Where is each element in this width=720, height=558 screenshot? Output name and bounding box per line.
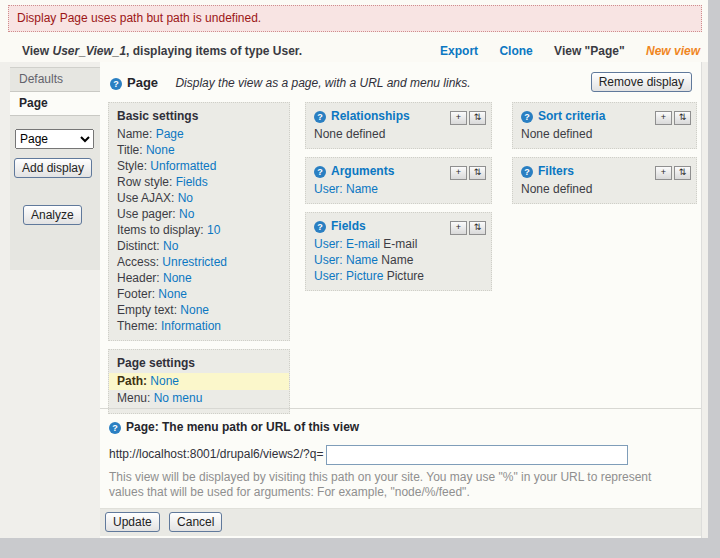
setting-value-link[interactable]: None [163, 271, 192, 285]
path-settings-form: ?Page: The menu path or URL of this view… [100, 408, 701, 536]
setting-value-link[interactable]: No [179, 207, 194, 221]
basic-setting-row: Title: None [117, 142, 281, 158]
clone-link[interactable]: Clone [499, 44, 532, 58]
panel-title-link-fields[interactable]: Fields [331, 219, 366, 233]
panel-item-link[interactable]: User: Name [314, 253, 378, 267]
page-background: Display Page uses path but path is undef… [0, 0, 708, 538]
panel-item-text: None defined [521, 127, 592, 141]
panel-item: User: Picture Picture [314, 268, 483, 284]
panel-item-link[interactable]: User: Name [314, 182, 378, 196]
add-display-button[interactable]: Add display [14, 158, 92, 178]
add-item-button[interactable]: + [450, 111, 467, 125]
setting-value-link[interactable]: None [146, 143, 175, 157]
settings-column-3: ?Sort criteria+⇅None defined?Filters+⇅No… [512, 102, 697, 212]
rearrange-items-button[interactable]: ⇅ [469, 111, 486, 125]
setting-value-link[interactable]: Unrestricted [162, 255, 227, 269]
setting-label: Header: [117, 271, 163, 285]
panel-item: None defined [314, 126, 483, 142]
path-input[interactable] [326, 445, 628, 465]
setting-value-link[interactable]: Unformatted [150, 159, 216, 173]
rearrange-items-button[interactable]: ⇅ [469, 221, 486, 235]
display-panel-header: ?Page Display the view as a page, with a… [100, 62, 701, 90]
panel-buttons: +⇅ [653, 109, 691, 125]
basic-setting-row: Use pager: No [117, 206, 281, 222]
export-link[interactable]: Export [440, 44, 478, 58]
basic-setting-row: Header: None [117, 270, 281, 286]
rearrange-items-button[interactable]: ⇅ [674, 166, 691, 180]
setting-label: Title: [117, 143, 146, 157]
panel-sort-criteria: ?Sort criteria+⇅None defined [512, 102, 697, 149]
remove-display-button[interactable]: Remove display [591, 72, 692, 92]
basic-setting-row: Access: Unrestricted [117, 254, 281, 270]
display-title: Page [127, 75, 158, 90]
tab-page[interactable]: Page [10, 92, 100, 116]
panel-title-link-filters[interactable]: Filters [538, 164, 574, 178]
setting-value-link[interactable]: Information [161, 319, 221, 333]
panel-buttons: +⇅ [653, 164, 691, 180]
add-item-button[interactable]: + [450, 166, 467, 180]
setting-value-link[interactable]: 10 [207, 223, 220, 237]
help-icon[interactable]: ? [521, 166, 533, 178]
add-item-button[interactable]: + [655, 166, 672, 180]
help-icon[interactable]: ? [314, 221, 326, 233]
setting-value-link[interactable]: Page [156, 127, 184, 141]
panel-item-suffix: Name [378, 253, 413, 267]
setting-value-link[interactable]: None [180, 303, 209, 317]
new-view-link[interactable]: New view [646, 44, 700, 58]
setting-value-link[interactable]: No [178, 191, 193, 205]
panel-item-link[interactable]: User: Picture [314, 269, 383, 283]
view-name: User_View_1 [52, 44, 126, 58]
page-settings-block: Page settings Path: NoneMenu: No menu [108, 349, 290, 414]
panel-item: None defined [521, 181, 688, 197]
error-message: Display Page uses path but path is undef… [8, 5, 702, 32]
add-item-button[interactable]: + [655, 111, 672, 125]
view-title: View User_View_1, displaying items of ty… [22, 44, 302, 58]
panel-item: User: E-mail E-mail [314, 236, 483, 252]
page-settings-title: Page settings [117, 355, 281, 371]
help-icon[interactable]: ? [314, 166, 326, 178]
basic-setting-row: Empty text: None [117, 302, 281, 318]
panel-item-text: None defined [314, 127, 385, 141]
rearrange-items-button[interactable]: ⇅ [469, 166, 486, 180]
error-message-text: Display Page uses path but path is undef… [17, 11, 261, 25]
setting-value-link[interactable]: None [158, 287, 187, 301]
setting-label: Use pager: [117, 207, 179, 221]
panel-title-link-arguments[interactable]: Arguments [331, 164, 394, 178]
setting-value-link[interactable]: No menu [154, 391, 203, 405]
setting-label: Footer: [117, 287, 158, 301]
help-icon[interactable]: ? [110, 78, 122, 90]
update-button[interactable]: Update [105, 512, 160, 532]
basic-setting-row: Name: Page [117, 126, 281, 142]
basic-settings-rows: Name: PageTitle: NoneStyle: UnformattedR… [117, 126, 281, 334]
setting-label: Theme: [117, 319, 161, 333]
setting-value-link[interactable]: None [150, 374, 179, 388]
display-description: Display the view as a page, with a URL a… [175, 76, 470, 90]
views-edit-area: Defaults Page Page Add display Analyze ?… [0, 62, 708, 538]
panel-item-link[interactable]: User: E-mail [314, 237, 380, 251]
form-button-strip: Update Cancel [100, 508, 701, 536]
settings-column-1: Basic settings Name: PageTitle: NoneStyl… [108, 102, 290, 422]
setting-label: Path: [117, 374, 150, 388]
panel-buttons: +⇅ [448, 109, 486, 125]
basic-settings-title: Basic settings [117, 108, 281, 124]
panel-title-link-relationships[interactable]: Relationships [331, 109, 410, 123]
tab-defaults[interactable]: Defaults [10, 68, 100, 92]
help-icon[interactable]: ? [314, 111, 326, 123]
rearrange-items-button[interactable]: ⇅ [674, 111, 691, 125]
basic-setting-row: Distinct: No [117, 238, 281, 254]
panel-fields: ?Fields+⇅User: E-mail E-mailUser: Name N… [305, 212, 492, 291]
setting-value-link[interactable]: No [163, 239, 178, 253]
basic-setting-row: Row style: Fields [117, 174, 281, 190]
help-icon[interactable]: ? [521, 111, 533, 123]
setting-value-link[interactable]: Fields [176, 175, 208, 189]
panel-title-link-sort-criteria[interactable]: Sort criteria [538, 109, 605, 123]
analyze-button[interactable]: Analyze [23, 205, 82, 225]
panel-arguments: ?Arguments+⇅User: Name [305, 157, 492, 204]
add-item-button[interactable]: + [450, 221, 467, 235]
cancel-button[interactable]: Cancel [169, 512, 222, 532]
help-icon[interactable]: ? [109, 422, 121, 434]
display-select[interactable]: Page [15, 129, 94, 149]
basic-setting-row: Theme: Information [117, 318, 281, 334]
sidebar-controls: Page Add display Analyze [10, 116, 100, 225]
view-page-link[interactable]: View "Page" [554, 44, 625, 58]
